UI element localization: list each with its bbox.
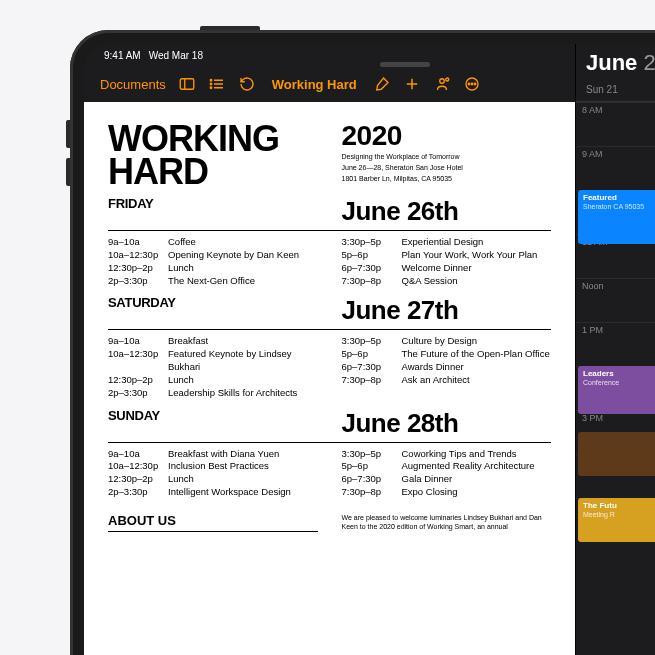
svg-point-15: [474, 83, 476, 85]
session-row: 2p–3:30pLeadership Skills for Architects: [108, 387, 318, 400]
status-time: 9:41 AM: [104, 50, 141, 61]
session-label: Featured Keynote by Lindsey Bukhari: [168, 348, 318, 374]
calendar-event[interactable]: The FutuMeeting R: [578, 498, 655, 542]
document-title[interactable]: Working Hard: [262, 77, 367, 92]
subtitle-line: 1801 Barber Ln, Milpitas, CA 95035: [342, 174, 552, 183]
page-title-2: HARD: [108, 155, 318, 188]
session-time: 5p–6p: [342, 460, 402, 473]
undo-icon[interactable]: [232, 69, 262, 99]
session-time: 10a–12:30p: [108, 460, 168, 473]
session-row: 6p–7:30pAwards Dinner: [342, 361, 552, 374]
session-label: Gala Dinner: [402, 473, 552, 486]
session-time: 2p–3:30p: [108, 387, 168, 400]
session-time: 2p–3:30p: [108, 486, 168, 499]
session-time: 9a–10a: [108, 236, 168, 249]
session-label: Lunch: [168, 374, 318, 387]
sidebar-icon[interactable]: [172, 69, 202, 99]
day-date: June 27th: [342, 295, 552, 326]
svg-point-7: [210, 87, 212, 89]
hour-row: 1 PM: [576, 322, 655, 366]
session-row: 6p–7:30pGala Dinner: [342, 473, 552, 486]
svg-point-13: [468, 83, 470, 85]
more-icon[interactable]: [457, 69, 487, 99]
session-label: Experiential Design: [402, 236, 552, 249]
event-title: Featured: [583, 193, 655, 203]
session-row: 3:30p–5pExperiential Design: [342, 236, 552, 249]
day-date: June 26th: [342, 196, 552, 227]
calendar-header: June 2020 Sun 21: [576, 44, 655, 102]
event-subtitle: Sheraton CA 95035: [583, 203, 655, 211]
plus-icon[interactable]: [397, 69, 427, 99]
subtitle-line: June 26—28, Sheraton San Jose Hotel: [342, 163, 552, 172]
list-icon[interactable]: [202, 69, 232, 99]
calendar-day-label: Sun 21: [586, 84, 655, 95]
session-row: 10a–12:30pFeatured Keynote by Lindsey Bu…: [108, 348, 318, 374]
session-row: 7:30p–8pExpo Closing: [342, 486, 552, 499]
session-label: Coworking Tips and Trends: [402, 448, 552, 461]
calendar-event[interactable]: LeadersConference: [578, 366, 655, 414]
session-row: 2p–3:30pIntelligent Workspace Design: [108, 486, 318, 499]
session-time: 9a–10a: [108, 448, 168, 461]
session-label: Coffee: [168, 236, 318, 249]
session-time: 12:30p–2p: [108, 473, 168, 486]
session-label: The Next-Gen Office: [168, 275, 318, 288]
day-name: SATURDAY: [108, 295, 318, 310]
session-row: 3:30p–5pCoworking Tips and Trends: [342, 448, 552, 461]
session-row: 5p–6pAugmented Reality Architecture: [342, 460, 552, 473]
session-time: 7:30p–8p: [342, 374, 402, 387]
calendar-grid[interactable]: 8 AM9 AM10 AM11 AMNoon1 PM2 PM3 PM4 PM5 …: [576, 102, 655, 655]
session-time: 2p–3:30p: [108, 275, 168, 288]
volume-buttons: [66, 120, 70, 196]
hour-label: 9 AM: [576, 147, 603, 159]
document-canvas[interactable]: WORKING HARD 2020 Designing the Workplac…: [84, 102, 575, 655]
subtitle-line: Designing the Workplace of Tomorrow: [342, 152, 552, 161]
event-subtitle: Meeting R: [583, 511, 655, 519]
calendar-event[interactable]: FeaturedSheraton CA 95035: [578, 190, 655, 244]
session-time: 12:30p–2p: [108, 262, 168, 275]
svg-point-6: [210, 83, 212, 85]
session-label: Plan Your Work, Work Your Plan: [402, 249, 552, 262]
day-block: SUNDAY June 28th9a–10aBreakfast with Dia…: [108, 408, 551, 499]
session-time: 6p–7:30p: [342, 361, 402, 374]
event-title: The Futu: [583, 501, 655, 511]
session-label: Expo Closing: [402, 486, 552, 499]
event-title: Leaders: [583, 369, 655, 379]
session-time: 3:30p–5p: [342, 335, 402, 348]
session-time: 5p–6p: [342, 348, 402, 361]
session-time: 10a–12:30p: [108, 249, 168, 262]
session-row: 5p–6pThe Future of the Open-Plan Office: [342, 348, 552, 361]
session-row: 9a–10aBreakfast with Diana Yuen: [108, 448, 318, 461]
power-button: [200, 26, 260, 30]
day-block: FRIDAY June 26th9a–10aCoffee10a–12:30pOp…: [108, 196, 551, 287]
session-row: 2p–3:30pThe Next-Gen Office: [108, 275, 318, 288]
session-row: 3:30p–5pCulture by Design: [342, 335, 552, 348]
collaborate-icon[interactable]: [427, 69, 457, 99]
session-label: Awards Dinner: [402, 361, 552, 374]
session-time: 7:30p–8p: [342, 275, 402, 288]
home-indicator: [380, 62, 430, 67]
session-label: Welcome Dinner: [402, 262, 552, 275]
session-label: The Future of the Open-Plan Office: [402, 348, 552, 361]
svg-point-11: [446, 78, 449, 81]
brush-icon[interactable]: [367, 69, 397, 99]
session-row: 12:30p–2pLunch: [108, 262, 318, 275]
year-heading: 2020: [342, 122, 552, 150]
session-label: Culture by Design: [402, 335, 552, 348]
session-time: 10a–12:30p: [108, 348, 168, 374]
session-row: 5p–6pPlan Your Work, Work Your Plan: [342, 249, 552, 262]
session-time: 6p–7:30p: [342, 262, 402, 275]
day-name: SUNDAY: [108, 408, 318, 423]
session-label: Leadership Skills for Architects: [168, 387, 318, 400]
hour-label: 8 AM: [576, 103, 603, 115]
session-row: 9a–10aCoffee: [108, 236, 318, 249]
day-block: SATURDAY June 27th9a–10aBreakfast10a–12:…: [108, 295, 551, 399]
documents-button[interactable]: Documents: [94, 77, 172, 92]
day-name: FRIDAY: [108, 196, 318, 211]
svg-point-5: [210, 80, 212, 82]
calendar-event[interactable]: [578, 432, 655, 476]
session-row: 7:30p–8pAsk an Architect: [342, 374, 552, 387]
status-bar: 9:41 AM Wed Mar 18: [84, 44, 575, 66]
hour-row: 9 AM: [576, 146, 655, 190]
session-label: Lunch: [168, 262, 318, 275]
status-date: Wed Mar 18: [149, 50, 203, 61]
